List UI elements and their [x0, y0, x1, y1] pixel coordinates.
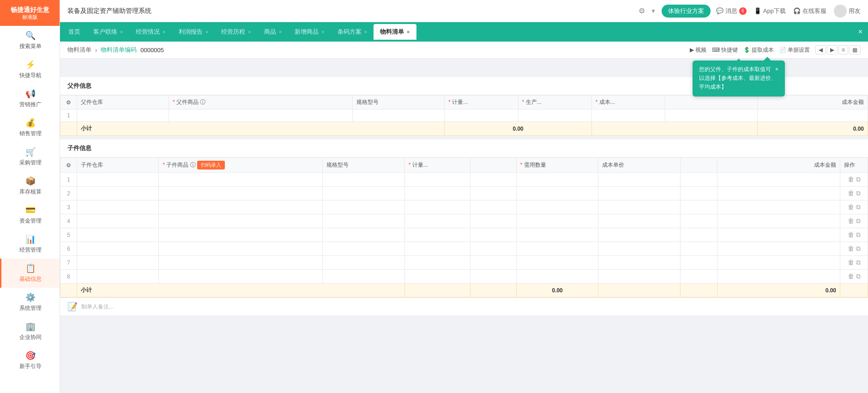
child-spec-cell[interactable]	[323, 214, 404, 228]
tab-close-icon[interactable]: ×	[407, 29, 410, 35]
child-quantity-cell[interactable]	[516, 187, 598, 200]
child-product-cell[interactable]	[159, 200, 323, 214]
tab-close-icon[interactable]: ×	[163, 29, 165, 35]
child-warehouse-cell[interactable]	[77, 214, 159, 228]
child-product-cell[interactable]	[159, 242, 323, 256]
message-action[interactable]: 💬 消息 6	[716, 7, 747, 15]
close-all-tabs[interactable]: ×	[855, 26, 866, 38]
child-unit-cell[interactable]	[404, 242, 470, 256]
child-warehouse-cell[interactable]	[77, 173, 159, 187]
copy-icon[interactable]: ⧉	[856, 175, 861, 183]
sidebar-item-purchase[interactable]: 🛒 采购管理	[0, 142, 60, 171]
child-quantity-cell[interactable]	[516, 270, 598, 284]
child-product-cell[interactable]	[159, 256, 323, 270]
tab-history[interactable]: 经营历程 ×	[215, 24, 257, 40]
next-page-button[interactable]: ▶	[827, 45, 838, 54]
child-unit-cell[interactable]	[404, 187, 470, 200]
child-col-settings[interactable]: ⚙	[60, 158, 77, 173]
app-download-action[interactable]: 📱 App下载	[754, 7, 786, 15]
parent-product-cell[interactable]	[169, 109, 353, 122]
grid-view-button[interactable]: ▦	[849, 45, 861, 54]
sidebar-item-corp[interactable]: 🏢 企业协同	[0, 317, 60, 346]
child-spec-cell[interactable]	[323, 256, 404, 270]
child-unit-cost-cell[interactable]	[598, 270, 680, 284]
sidebar-item-basic[interactable]: 📋 基础信息	[0, 259, 60, 288]
child-unit-cell[interactable]	[404, 270, 470, 284]
child-quantity-cell[interactable]	[516, 200, 598, 214]
tab-close-icon[interactable]: ×	[321, 29, 324, 35]
child-unit-cell[interactable]	[404, 228, 470, 242]
child-unit-cost-cell[interactable]	[598, 214, 680, 228]
copy-icon[interactable]: ⧉	[856, 189, 861, 197]
settings-icon[interactable]: ⚙	[639, 6, 645, 15]
sidebar-item-marketing[interactable]: 📢 营销推广	[0, 84, 60, 113]
child-warehouse-cell[interactable]	[77, 200, 159, 214]
sidebar-item-guide[interactable]: 🎯 新手引导	[0, 346, 60, 375]
child-product-cell[interactable]	[159, 187, 323, 200]
tab-close-icon[interactable]: ×	[120, 29, 123, 35]
child-spec-cell[interactable]	[323, 173, 404, 187]
delete-icon[interactable]: 🗑	[848, 217, 854, 225]
child-unit-cost-cell[interactable]	[598, 187, 680, 200]
parent-col-settings[interactable]: ⚙	[60, 96, 77, 109]
delete-icon[interactable]: 🗑	[848, 245, 854, 253]
tab-profit[interactable]: 利润报告 ×	[172, 24, 215, 40]
tab-close-icon[interactable]: ×	[248, 29, 251, 35]
delete-icon[interactable]: 🗑	[848, 259, 854, 266]
child-unit-cell[interactable]	[404, 200, 470, 214]
tooltip-close-button[interactable]: ×	[775, 65, 778, 74]
child-quantity-cell[interactable]	[516, 173, 598, 187]
sidebar-item-sales[interactable]: 💰 销售管理	[0, 113, 60, 142]
copy-icon[interactable]: ⧉	[856, 231, 861, 239]
child-warehouse-cell[interactable]	[77, 187, 159, 200]
child-spec-cell[interactable]	[323, 270, 404, 284]
delete-icon[interactable]: 🗑	[848, 231, 854, 239]
copy-icon[interactable]: ⧉	[856, 217, 861, 225]
shortcut-action[interactable]: ⌨ 快捷键	[712, 46, 738, 54]
sidebar-item-operation[interactable]: 📊 经营管理	[0, 230, 60, 259]
child-warehouse-cell[interactable]	[77, 242, 159, 256]
child-quantity-cell[interactable]	[516, 242, 598, 256]
sidebar-item-system[interactable]: ⚙️ 系统管理	[0, 288, 60, 317]
delete-icon[interactable]: 🗑	[848, 203, 854, 211]
tab-operation[interactable]: 经营情况 ×	[129, 24, 172, 40]
child-spec-cell[interactable]	[323, 187, 404, 200]
copy-icon[interactable]: ⧉	[856, 203, 861, 211]
child-quantity-cell[interactable]	[516, 228, 598, 242]
tab-close-icon[interactable]: ×	[279, 29, 282, 35]
child-unit-cost-cell[interactable]	[598, 228, 680, 242]
tab-customer[interactable]: 客户联络 ×	[87, 24, 129, 40]
online-service-action[interactable]: 🎧 在线客服	[793, 7, 826, 15]
child-product-cell[interactable]	[159, 173, 323, 187]
sidebar-logo[interactable]: 畅捷通好生意 标准版	[0, 0, 60, 26]
list-view-button[interactable]: ≡	[838, 45, 848, 54]
copy-icon[interactable]: ⧉	[856, 259, 861, 266]
copy-icon[interactable]: ⧉	[856, 272, 861, 280]
child-quantity-cell[interactable]	[516, 214, 598, 228]
child-unit-cell[interactable]	[404, 173, 470, 187]
sidebar-item-search[interactable]: 🔍 搜索菜单	[0, 26, 60, 55]
parent-spec-cell[interactable]	[353, 109, 445, 122]
child-spec-cell[interactable]	[323, 200, 404, 214]
delete-icon[interactable]: 🗑	[848, 272, 854, 280]
doc-settings-action[interactable]: 📄 单据设置	[779, 46, 810, 54]
user-action[interactable]: 用友	[834, 5, 861, 18]
tab-close-icon[interactable]: ×	[364, 29, 367, 35]
child-unit-cell[interactable]	[404, 214, 470, 228]
parent-cost-cell[interactable]	[591, 109, 665, 122]
tab-close-icon[interactable]: ×	[205, 29, 208, 35]
breadcrumb-list[interactable]: 物料清单	[67, 46, 91, 54]
cost-action[interactable]: 💲 提取成本	[743, 46, 774, 54]
child-spec-cell[interactable]	[323, 242, 404, 256]
sidebar-item-finance[interactable]: 💳 资金管理	[0, 200, 60, 230]
child-unit-cell[interactable]	[404, 256, 470, 270]
copy-icon[interactable]: ⧉	[856, 245, 861, 253]
sidebar-item-quicknav[interactable]: ⚡ 快捷导航	[0, 55, 60, 84]
child-product-cell[interactable]	[159, 228, 323, 242]
child-unit-cost-cell[interactable]	[598, 200, 680, 214]
child-spec-cell[interactable]	[323, 228, 404, 242]
parent-unit-cell[interactable]	[445, 109, 518, 122]
tab-home[interactable]: 首页	[62, 24, 87, 40]
tab-barcode[interactable]: 条码方案 ×	[331, 24, 374, 40]
prev-page-button[interactable]: ◀	[815, 45, 826, 54]
